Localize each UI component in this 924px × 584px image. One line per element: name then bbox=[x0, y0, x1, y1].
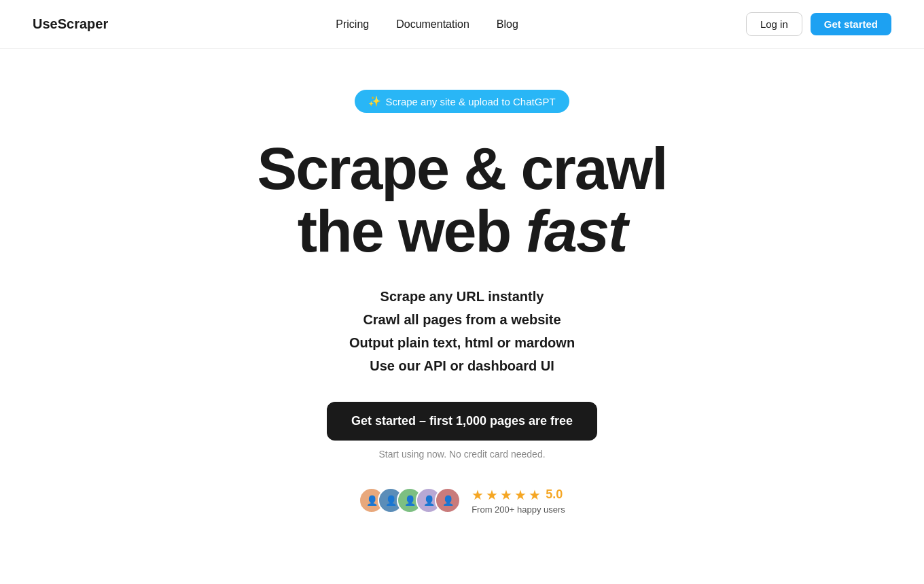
star-2: ★ bbox=[486, 487, 498, 503]
star-1: ★ bbox=[472, 487, 484, 503]
feature-2: Crawl all pages from a website bbox=[349, 308, 575, 331]
rating-block: ★ ★ ★ ★ ★ 5.0 From 200+ happy users bbox=[472, 487, 565, 515]
get-started-nav-button[interactable]: Get started bbox=[811, 13, 891, 35]
hero-title-line2: the web bbox=[298, 197, 526, 264]
badge-icon: ✨ bbox=[368, 95, 381, 107]
star-4: ★ bbox=[514, 487, 527, 503]
logo[interactable]: UseScraper bbox=[33, 16, 108, 32]
feature-4: Use our API or dashboard UI bbox=[349, 354, 575, 377]
nav-links: Pricing Documentation Blog bbox=[336, 18, 518, 31]
hero-subtext: Start using now. No credit card needed. bbox=[378, 449, 545, 460]
star-5: ★ bbox=[529, 487, 541, 503]
feature-1: Scrape any URL instantly bbox=[349, 285, 575, 308]
stars: ★ ★ ★ ★ ★ 5.0 bbox=[472, 487, 563, 503]
hero-title: Scrape & crawl the web fast bbox=[257, 137, 667, 263]
nav-link-pricing[interactable]: Pricing bbox=[336, 18, 369, 30]
hero-section: ✨ Scrape any site & upload to ChatGPT Sc… bbox=[0, 49, 924, 542]
social-proof: 👤 👤 👤 👤 👤 ★ ★ ★ ★ ★ 5.0 From 200+ happy … bbox=[359, 487, 565, 515]
rating-label: From 200+ happy users bbox=[472, 504, 565, 515]
nav-actions: Log in Get started bbox=[746, 12, 891, 36]
hero-title-line1: Scrape & crawl bbox=[257, 135, 667, 202]
hero-features: Scrape any URL instantly Crawl all pages… bbox=[349, 285, 575, 377]
avatar-5: 👤 bbox=[435, 487, 461, 513]
login-button[interactable]: Log in bbox=[746, 12, 802, 36]
navbar: UseScraper Pricing Documentation Blog Lo… bbox=[0, 0, 924, 49]
hero-badge: ✨ Scrape any site & upload to ChatGPT bbox=[355, 90, 569, 113]
star-3: ★ bbox=[500, 487, 512, 503]
feature-3: Output plain text, html or mardown bbox=[349, 331, 575, 354]
cta-button[interactable]: Get started – first 1,000 pages are free bbox=[327, 402, 597, 441]
avatar-group: 👤 👤 👤 👤 👤 bbox=[359, 487, 461, 513]
nav-link-blog[interactable]: Blog bbox=[497, 18, 518, 30]
hero-title-italic: fast bbox=[526, 197, 627, 264]
nav-link-documentation[interactable]: Documentation bbox=[396, 18, 469, 30]
badge-text: Scrape any site & upload to ChatGPT bbox=[385, 96, 555, 107]
rating-score: 5.0 bbox=[546, 487, 563, 502]
